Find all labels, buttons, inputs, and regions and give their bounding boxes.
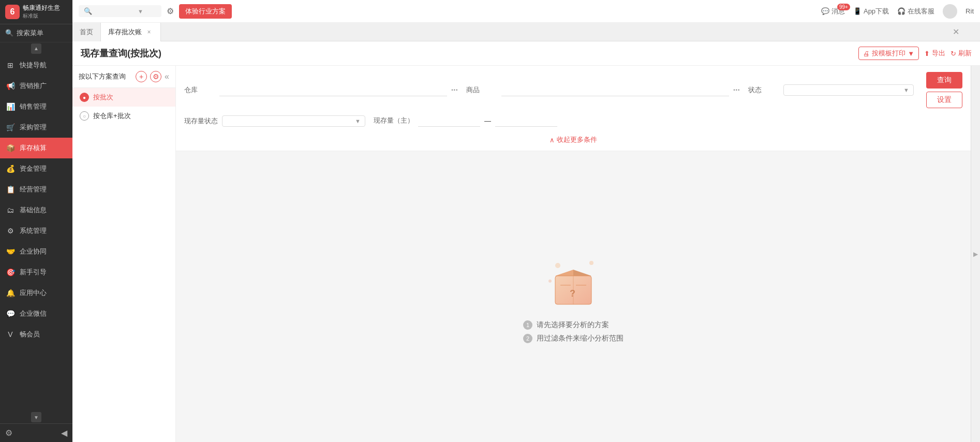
scroll-down-btn[interactable]: ▼ (31, 412, 41, 422)
status-select[interactable]: ▼ (783, 84, 914, 96)
sidebar-header: 6 畅康通好生意 标准版 (0, 0, 72, 24)
online-service-btn[interactable]: 🎧 在线客服 (897, 7, 934, 16)
user-avatar (943, 4, 957, 19)
search-label: 搜索菜单 (17, 28, 43, 38)
svg-point-10 (548, 279, 552, 283)
product-label: 商品 (466, 85, 497, 95)
page-header-actions: 🖨 按模板打印 ▼ ⬆ 导出 ↻ 刷新 (858, 47, 972, 60)
product-more-btn[interactable]: ··· (733, 85, 740, 95)
status-label: 状态 (748, 85, 779, 95)
settings-icon[interactable]: ⚙ (5, 428, 12, 438)
appstore-icon: 🔔 (5, 288, 16, 298)
message-btn[interactable]: 💬 消息 99+ (821, 7, 845, 16)
sidebar-item-system[interactable]: ⚙ 系统管理 (0, 220, 72, 241)
page-header: 现存量查询(按批次) 🖨 按模板打印 ▼ ⬆ 导出 ↻ 刷新 (72, 41, 980, 66)
search-icon: 🔍 (5, 29, 13, 37)
page-content: 现存量查询(按批次) 🖨 按模板打印 ▼ ⬆ 导出 ↻ 刷新 (72, 41, 980, 442)
purchase-icon: 🛒 (5, 122, 16, 132)
message-icon: 💬 (821, 7, 829, 15)
topbar-search-box[interactable]: 🔍 ▼ (79, 5, 161, 17)
inventory-icon: 📦 (5, 143, 16, 153)
collapse-more-btn[interactable]: ∧ 收起更多条件 (184, 133, 962, 144)
warehouse-more-btn[interactable]: ··· (451, 85, 458, 95)
collapse-panel-btn[interactable]: « (165, 72, 169, 81)
plan-settings-btn[interactable]: ⚙ (150, 71, 161, 82)
sidebar-item-operation[interactable]: 📋 经营管理 (0, 179, 72, 200)
guide-icon: 🎯 (5, 267, 16, 277)
tab-inventory-label: 库存批次账 (108, 27, 142, 37)
tab-panel-close-btn[interactable]: ✕ (953, 27, 959, 37)
export-btn[interactable]: ⬆ 导出 (924, 49, 945, 58)
sidebar-item-sales[interactable]: 📊 销售管理 (0, 96, 72, 117)
stock-status-chevron-icon: ▼ (355, 118, 361, 124)
collapse-icon: ∧ (550, 136, 555, 144)
basic-icon: 🗂 (5, 205, 16, 215)
stock-qty-min-input[interactable] (418, 114, 480, 127)
sidebar-search[interactable]: 🔍 搜索菜单 (0, 24, 72, 42)
topbar-gear-icon[interactable]: ⚙ (167, 6, 174, 16)
svg-text:?: ? (570, 288, 575, 299)
print-icon: 🖨 (863, 50, 870, 57)
product-input[interactable] (501, 84, 729, 96)
sidebar-item-label: 基础信息 (20, 205, 47, 215)
left-panel-header: 按以下方案查询 + ⚙ « (72, 66, 175, 88)
sidebar-item-wechat[interactable]: 💬 企业微信 (0, 303, 72, 324)
collapse-label: 收起更多条件 (557, 135, 597, 144)
sidebar-item-purchase[interactable]: 🛒 采购管理 (0, 117, 72, 138)
left-panel-title: 按以下方案查询 (79, 72, 126, 81)
query-btn[interactable]: 查询 (926, 72, 962, 89)
sidebar-item-label: 营销推广 (20, 81, 47, 91)
sidebar-item-enterprise[interactable]: 🤝 企业协同 (0, 241, 72, 262)
left-panel-actions: + ⚙ « (136, 71, 169, 82)
stock-qty-max-input[interactable] (495, 114, 557, 127)
stock-status-select[interactable]: ▼ (222, 115, 365, 127)
filter-area: 仓库 ··· 商品 ··· 状态 (176, 66, 971, 151)
sidebar-item-appstore[interactable]: 🔔 应用中心 (0, 283, 72, 303)
sidebar-item-basic[interactable]: 🗂 基础信息 (0, 200, 72, 220)
add-plan-btn[interactable]: + (136, 71, 147, 82)
sidebar-company: 畅康通好生意 标准版 (23, 4, 60, 20)
stock-qty-label: 现存量（主） (374, 116, 414, 125)
warehouse-field: 仓库 ··· (184, 84, 458, 96)
operation-icon: 📋 (5, 184, 16, 195)
sidebar-item-finance[interactable]: 💰 资金管理 (0, 158, 72, 179)
sidebar: 6 畅康通好生意 标准版 🔍 搜索菜单 ▲ ⊞ 快捷导航 📢 营销推广 📊 销售… (0, 0, 72, 442)
print-btn[interactable]: 🖨 按模板打印 ▼ (858, 47, 919, 60)
plan-item-warehouse-batch[interactable]: ○ 按仓库+批次 (72, 107, 175, 125)
app-download-btn[interactable]: 📱 App下载 (853, 7, 889, 16)
collapse-sidebar-icon[interactable]: ◀ (61, 428, 67, 438)
sidebar-item-quick-nav[interactable]: ⊞ 快捷导航 (0, 55, 72, 76)
print-chevron: ▼ (908, 50, 914, 57)
warehouse-input[interactable] (219, 84, 447, 96)
username-label[interactable]: Rit (966, 7, 974, 15)
tabbar: 首页 库存批次账 × ✕ (72, 23, 980, 41)
main-area: 🔍 ▼ ⚙ 体验行业方案 💬 消息 99+ 📱 App下载 🎧 在线客服 Rit (72, 0, 980, 442)
app-download-label: App下载 (864, 7, 889, 16)
stock-qty-field: 现存量（主） — (374, 114, 962, 127)
scroll-up-btn[interactable]: ▲ (31, 43, 41, 54)
tab-close-btn[interactable]: × (145, 28, 153, 36)
tab-inventory-batch[interactable]: 库存批次账 × (101, 23, 161, 41)
svg-point-8 (555, 263, 560, 268)
message-badge: 99+ (837, 4, 850, 10)
status-chevron-icon: ▼ (903, 87, 909, 93)
sidebar-item-member[interactable]: V 畅会员 (0, 324, 72, 345)
status-field: 状态 ▼ (748, 84, 914, 96)
sidebar-item-guide[interactable]: 🎯 新手引导 (0, 262, 72, 283)
stock-status-label: 现存量状态 (184, 116, 218, 126)
wechat-icon: 💬 (5, 308, 16, 319)
plan-item-batch[interactable]: ● 按批次 (72, 88, 175, 107)
plan-label: 按仓库+批次 (93, 111, 131, 121)
sidebar-item-marketing[interactable]: 📢 营销推广 (0, 76, 72, 96)
sales-icon: 📊 (5, 101, 16, 112)
tab-home[interactable]: 首页 (72, 23, 101, 41)
topbar-search-input[interactable] (94, 8, 136, 15)
tip-num-2: 2 (523, 334, 532, 343)
topbar-search-chevron: ▼ (138, 8, 143, 14)
right-edge-arrow[interactable]: ▶ (973, 251, 978, 258)
sidebar-item-inventory[interactable]: 📦 库存核算 (0, 138, 72, 158)
trial-btn[interactable]: 体验行业方案 (179, 4, 232, 19)
empty-tips: 1 请先选择要分析的方案 2 用过滤条件来缩小分析范围 (523, 320, 623, 343)
filter-settings-btn[interactable]: 设置 (926, 92, 962, 108)
refresh-btn[interactable]: ↻ 刷新 (951, 49, 972, 58)
